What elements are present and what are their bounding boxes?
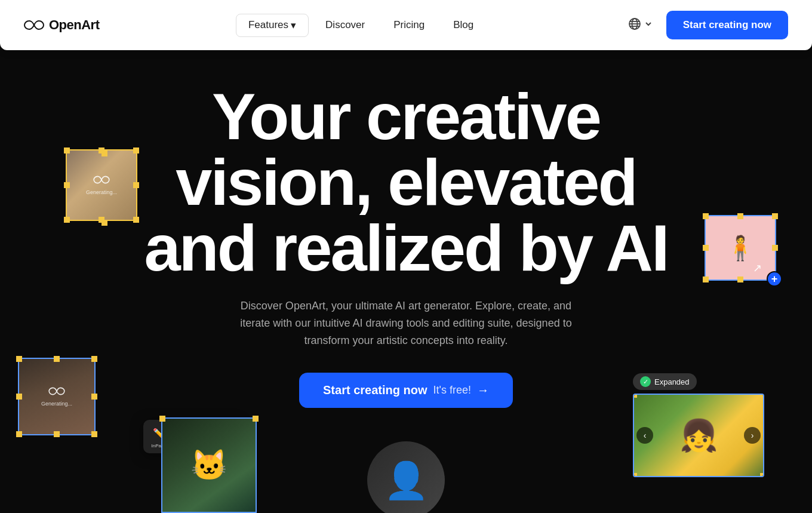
char-handle-tm [737,213,743,219]
navbar: OpenArt Features ▾ Discover Pricing Blog [0,0,812,50]
float-character-top: 🧍 ↗ + [705,215,776,281]
char-handle-tr [772,213,778,219]
girl-character-icon: 👧 [679,417,718,454]
generating-label-portrait: Generating... [41,401,72,407]
avatar-emoji: 👤 [384,459,429,502]
cat-bottom-handle-tl [159,416,165,422]
selection-handle-tl [64,148,70,153]
hero-title: Your creative vision, elevated and reali… [137,84,675,281]
selection-handle-bm [99,217,104,223]
cat-image-placeholder: Generating... [67,150,136,220]
float-cat-edit: 🐱 [161,417,257,513]
selection-handle-bl [64,217,70,223]
selection-handle-tr [133,148,139,153]
expanded-prev-button[interactable]: ‹ [636,427,653,444]
portrait-handle-mr [91,394,97,400]
portrait-handle-tl [16,356,22,362]
cat-bottom-handle-tr [253,416,259,422]
logo-text: OpenArt [49,17,100,33]
discover-nav-link[interactable]: Discover [313,14,377,36]
portrait-handle-bl [16,431,22,437]
expanded-next-button[interactable]: › [744,427,761,444]
nav-links: Features ▾ Discover Pricing Blog [236,14,485,37]
expanded-handle-br [760,473,764,477]
check-icon: ✓ [640,376,651,387]
selection-handle-br [133,217,139,223]
portrait-handle-br [91,431,97,437]
float-avatar: 👤 [367,441,445,513]
portrait-handle-ml [16,394,22,400]
expanded-badge: ✓ Expanded [633,373,697,390]
char-handle-tl [703,213,709,219]
expanded-handle-tr [760,394,764,398]
expanded-handle-tl [633,394,637,398]
char-handle-ml [703,245,709,251]
cat-emoji-icon: 🐱 [190,448,227,483]
char-handle-bm [737,277,743,282]
float-portrait-generating: Generating... [18,358,96,435]
nav-right: Start creating now [622,11,788,39]
cursor-arrow-icon: ↗ [753,262,762,275]
portrait-handle-tm [54,356,60,362]
portrait-handle-bm [54,431,60,437]
hero-section: Your creative vision, elevated and reali… [0,0,812,513]
logo-link[interactable]: OpenArt [24,17,100,33]
add-element-button[interactable]: + [767,271,782,287]
chevron-down-icon: ▾ [291,19,296,32]
portrait-image: Generating... [19,359,94,434]
nav-start-button[interactable]: Start creating now [666,11,788,39]
hero-cta-button[interactable]: Start creating now It's free! → [299,373,513,408]
portrait-handle-tr [91,356,97,362]
pricing-nav-link[interactable]: Pricing [382,14,436,36]
blog-nav-link[interactable]: Blog [441,14,485,36]
globe-icon [628,17,641,33]
selection-handle-tm [99,148,104,153]
float-expanded-image: ✓ Expanded 👧 ‹ › [633,373,764,477]
char-handle-bl [703,277,709,282]
float-cat-generating: Generating... [66,149,137,221]
cat-image-bottom: 🐱 [162,419,256,512]
language-selector[interactable] [622,14,659,36]
char-handle-mr [772,245,778,251]
features-nav-link[interactable]: Features ▾ [236,14,309,37]
expanded-handle-bl [633,473,637,477]
hero-subtitle: Discover OpenArt, your ultimate AI art g… [227,297,585,349]
character-3d-icon: 🧍 [725,234,755,262]
lang-chevron-icon [644,19,653,31]
selection-handle-mr [133,182,139,188]
expanded-image-container: 👧 ‹ › [633,394,764,477]
generating-label-top: Generating... [86,189,117,195]
selection-handle-ml [64,182,70,188]
